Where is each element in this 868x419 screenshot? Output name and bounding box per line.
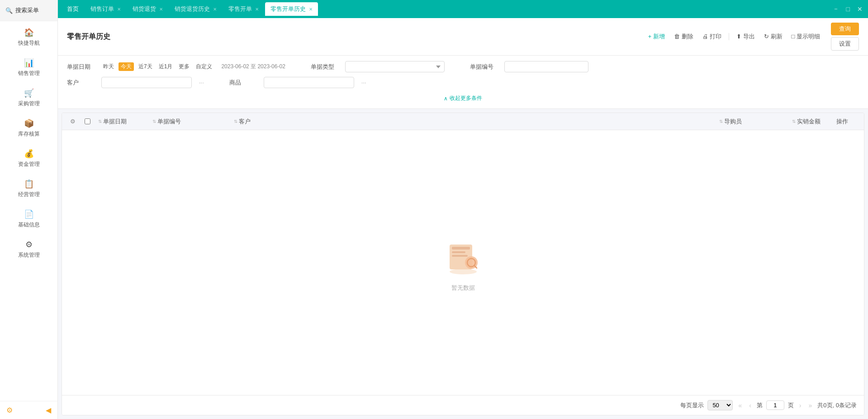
date-option-more[interactable]: 更多 xyxy=(177,62,191,71)
col-guide-label: 导购员 xyxy=(724,118,742,126)
sidebar-item-sales-mgmt[interactable]: 📊 销售管理 xyxy=(0,52,57,82)
page-title: 零售开单历史 xyxy=(67,32,110,42)
tab-close-icon[interactable]: ✕ xyxy=(309,7,313,12)
col-customer[interactable]: ⇅ 客户 xyxy=(230,118,716,126)
pagination: 每页显示 50 10 20 100 « ‹ 第 页 › » 共0页, 0条记录 xyxy=(62,395,864,415)
customer-dots[interactable]: ··· xyxy=(199,79,204,86)
chart-icon: 📊 xyxy=(24,58,34,68)
settings-icon[interactable]: ⚙ xyxy=(6,406,13,414)
settings-button[interactable]: 设置 xyxy=(831,37,859,51)
empty-state: 暂无数据 xyxy=(62,130,864,395)
date-label: 单据日期 xyxy=(67,63,94,71)
home-icon: 🏠 xyxy=(24,28,34,38)
date-options: 昨天 今天 近7天 近1月 更多 自定义 xyxy=(101,62,214,71)
tab-sales-order[interactable]: 销售订单 ✕ xyxy=(85,2,126,16)
filter-row-1: 单据日期 昨天 今天 近7天 近1月 更多 自定义 2023-06-02 至 2… xyxy=(67,61,859,72)
tab-home[interactable]: 首页 xyxy=(62,2,84,16)
collapse-up-icon: ∧ xyxy=(444,95,448,102)
tab-label: 零售开单 xyxy=(228,5,252,13)
tab-retail-open[interactable]: 零售开单 ✕ xyxy=(223,2,264,16)
sidebar-item-label: 经营管理 xyxy=(18,191,40,198)
table-area: ⚙ ⇅ 单据日期 ⇅ 单据编号 ⇅ 客户 ⇅ 导购员 xyxy=(62,113,864,415)
print-button[interactable]: 🖨 打印 xyxy=(701,32,724,42)
tab-label: 销货退货历史 xyxy=(175,5,210,13)
maximize-button[interactable]: □ xyxy=(844,5,852,14)
col-guide[interactable]: ⇅ 导购员 xyxy=(716,118,770,126)
tab-close-icon[interactable]: ✕ xyxy=(255,7,259,12)
col-date-label: 单据日期 xyxy=(103,118,127,126)
display-detail-button[interactable]: □ 显示明细 xyxy=(790,32,822,42)
date-option-1month[interactable]: 近1月 xyxy=(157,62,175,71)
sidebar-bottom: ⚙ ◀ xyxy=(0,401,57,419)
page-total: 共0页, 0条记录 xyxy=(817,401,857,410)
close-button[interactable]: ✕ xyxy=(855,5,864,14)
sidebar-item-finance[interactable]: 💰 资金管理 xyxy=(0,142,57,173)
page-word: 第 xyxy=(757,401,763,410)
page-input[interactable] xyxy=(766,400,784,410)
col-amount[interactable]: ⇅ 实销金额 xyxy=(770,118,824,126)
per-page-select[interactable]: 50 10 20 100 xyxy=(707,400,733,410)
checkbox-all[interactable] xyxy=(85,118,90,124)
col-amount-label: 实销金额 xyxy=(797,118,821,126)
sidebar-item-purchase-mgmt[interactable]: 🛒 采购管理 xyxy=(0,82,57,112)
type-select[interactable] xyxy=(345,61,445,72)
date-option-today[interactable]: 今天 xyxy=(119,62,134,71)
main-area: 首页 销售订单 ✕ 销货退货 ✕ 销货退货历史 ✕ 零售开单 ✕ 零售开单历史 … xyxy=(58,0,868,419)
tab-label: 销货退货 xyxy=(133,5,156,13)
collapse-icon[interactable]: ◀ xyxy=(46,406,51,414)
sidebar-item-label: 系统管理 xyxy=(18,251,40,259)
sort-icon: ⇅ xyxy=(792,119,796,124)
prev-page-button[interactable]: ‹ xyxy=(747,401,753,410)
date-option-7days[interactable]: 近7天 xyxy=(137,62,154,71)
col-customer-label: 客户 xyxy=(239,118,251,126)
first-page-button[interactable]: « xyxy=(736,401,744,410)
export-button[interactable]: ⬆ 导出 xyxy=(735,32,757,42)
date-option-custom[interactable]: 自定义 xyxy=(194,62,214,71)
col-num[interactable]: ⇅ 单据编号 xyxy=(149,118,230,126)
content-area: 零售开单历史 + 新增 🗑 删除 🖨 打印 ⬆ 导出 ↻ 刷新 □ 显示明细 查… xyxy=(58,18,868,419)
doc-icon: 📄 xyxy=(24,209,34,219)
last-page-button[interactable]: » xyxy=(807,401,814,410)
sidebar-item-label: 采购管理 xyxy=(18,100,40,108)
delete-button[interactable]: 🗑 删除 xyxy=(672,32,695,42)
filter-row-2: 客户 ··· 商品 ··· xyxy=(67,77,859,88)
tab-close-icon[interactable]: ✕ xyxy=(213,7,217,12)
type-label: 单据类型 xyxy=(311,63,338,71)
sidebar-item-label: 库存核算 xyxy=(18,130,40,138)
gear-icon: ⚙ xyxy=(25,240,33,250)
tab-close-icon[interactable]: ✕ xyxy=(117,7,121,12)
sidebar-item-system[interactable]: ⚙ 系统管理 xyxy=(0,233,57,264)
add-button[interactable]: + 新增 xyxy=(646,32,667,42)
col-date[interactable]: ⇅ 单据日期 xyxy=(95,118,149,126)
customer-input[interactable] xyxy=(101,77,192,88)
goods-label: 商品 xyxy=(229,79,256,87)
refresh-button[interactable]: ↻ 刷新 xyxy=(762,32,784,42)
collapse-bar[interactable]: ∧ 收起更多条件 xyxy=(67,93,859,106)
query-button[interactable]: 查询 xyxy=(831,23,859,35)
goods-input[interactable] xyxy=(264,77,354,88)
date-option-yesterday[interactable]: 昨天 xyxy=(101,62,116,71)
collapse-label: 收起更多条件 xyxy=(450,94,482,102)
column-settings-button[interactable]: ⚙ xyxy=(66,118,80,125)
money-icon: 💰 xyxy=(24,149,34,159)
sidebar-item-quick-nav[interactable]: 🏠 快捷导航 xyxy=(0,21,57,52)
sidebar-search[interactable]: 🔍 搜索采单 xyxy=(0,0,57,21)
tab-sales-return[interactable]: 销货退货 ✕ xyxy=(127,2,168,16)
page-suffix: 页 xyxy=(788,401,794,410)
next-page-button[interactable]: › xyxy=(797,401,803,410)
sort-icon: ⇅ xyxy=(719,119,723,124)
minimize-button[interactable]: － xyxy=(831,4,841,14)
tab-retail-history[interactable]: 零售开单历史 ✕ xyxy=(265,2,318,16)
sidebar-item-inventory[interactable]: 📦 库存核算 xyxy=(0,112,57,142)
goods-dots[interactable]: ··· xyxy=(361,79,366,86)
tab-sales-return-history[interactable]: 销货退货历史 ✕ xyxy=(169,2,222,16)
table-header: ⚙ ⇅ 单据日期 ⇅ 单据编号 ⇅ 客户 ⇅ 导购员 xyxy=(62,113,864,130)
sidebar-item-basic-info[interactable]: 📄 基础信息 xyxy=(0,203,57,233)
select-all-checkbox[interactable] xyxy=(80,118,95,124)
sidebar-item-operations[interactable]: 📋 经营管理 xyxy=(0,173,57,203)
num-label: 单据编号 xyxy=(470,63,497,71)
col-action: 操作 xyxy=(824,118,860,126)
tab-label: 零售开单历史 xyxy=(270,5,306,13)
tab-close-icon[interactable]: ✕ xyxy=(159,7,163,12)
num-input[interactable] xyxy=(504,61,588,72)
